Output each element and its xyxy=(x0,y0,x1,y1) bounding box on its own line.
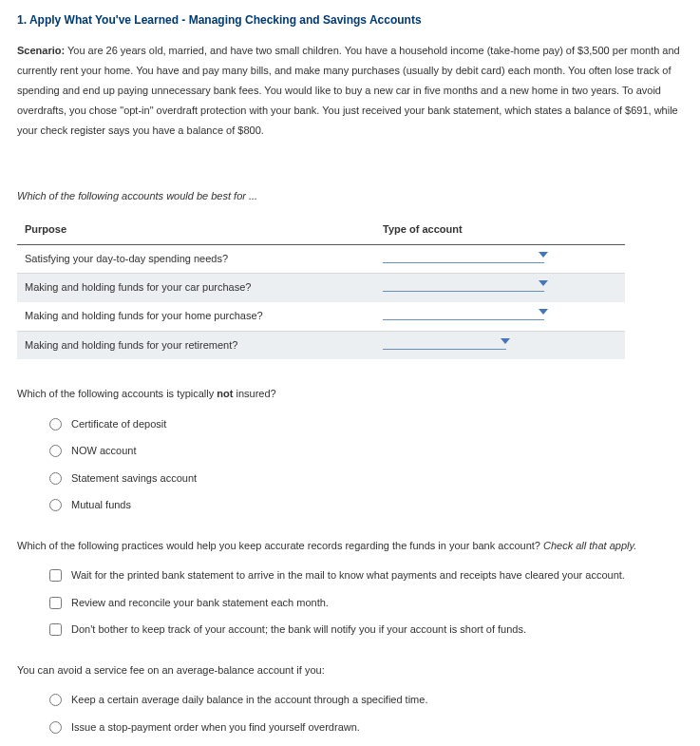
scenario-text: You are 26 years old, married, and have … xyxy=(17,45,680,136)
table-row: Making and holding funds for your car pu… xyxy=(17,274,625,302)
radio-input[interactable] xyxy=(49,445,62,457)
q3-hint: Check all that apply. xyxy=(543,540,636,551)
option-label: Keep a certain average daily balance in … xyxy=(71,692,427,708)
checkbox-option[interactable]: Don't bother to keep track of your accou… xyxy=(49,622,683,638)
option-label: Review and reconcile your bank statement… xyxy=(71,595,329,611)
radio-input[interactable] xyxy=(49,472,62,485)
q2-bold: not xyxy=(217,388,233,399)
account-table: Purpose Type of account Satisfying your … xyxy=(17,216,625,359)
option-label: Mutual funds xyxy=(71,497,131,513)
q2-pre: Which of the following accounts is typic… xyxy=(17,388,217,399)
table-row: Making and holding funds for your retire… xyxy=(17,331,625,359)
chevron-down-icon xyxy=(539,252,548,258)
radio-option[interactable]: Certificate of deposit xyxy=(49,416,683,432)
option-label: Issue a stop-payment order when you find… xyxy=(71,719,360,736)
table-prompt: Which of the following accounts would be… xyxy=(17,188,683,205)
scenario-label: Scenario: xyxy=(17,45,65,56)
purpose-cell: Making and holding funds for your home p… xyxy=(17,302,375,331)
select-line[interactable] xyxy=(383,336,506,350)
page-title: 1. Apply What You've Learned - Managing … xyxy=(17,11,683,29)
question-text: Which of the following practices would h… xyxy=(17,538,683,555)
question-text: Which of the following accounts is typic… xyxy=(17,386,683,403)
radio-option[interactable]: Keep a certain average daily balance in … xyxy=(49,692,683,708)
purpose-cell: Satisfying your day-to-day spending need… xyxy=(17,244,375,274)
question-4: You can avoid a service fee on an averag… xyxy=(17,662,683,746)
scenario-block: Scenario: You are 26 years old, married,… xyxy=(17,41,683,140)
th-type: Type of account xyxy=(375,216,625,244)
radio-input[interactable] xyxy=(49,418,62,430)
question-text: You can avoid a service fee on an averag… xyxy=(17,662,683,679)
th-purpose: Purpose xyxy=(17,216,375,244)
chevron-down-icon xyxy=(539,280,548,286)
table-row: Making and holding funds for your home p… xyxy=(17,302,625,331)
chevron-down-icon xyxy=(501,338,510,344)
options-list: Certificate of deposit NOW account State… xyxy=(17,416,683,513)
options-list: Keep a certain average daily balance in … xyxy=(17,692,683,746)
option-label: Certificate of deposit xyxy=(71,416,166,432)
checkbox-input[interactable] xyxy=(49,597,62,609)
option-label: NOW account xyxy=(71,443,136,459)
radio-input[interactable] xyxy=(49,721,62,734)
type-select-cell[interactable] xyxy=(375,274,625,302)
radio-option[interactable]: NOW account xyxy=(49,443,683,459)
radio-option[interactable]: Statement savings account xyxy=(49,470,683,487)
purpose-cell: Making and holding funds for your car pu… xyxy=(17,274,375,302)
chevron-down-icon xyxy=(539,309,548,315)
radio-input[interactable] xyxy=(49,499,62,511)
checkbox-option[interactable]: Wait for the printed bank statement to a… xyxy=(49,567,683,583)
radio-input[interactable] xyxy=(49,694,62,706)
radio-option[interactable]: Issue a stop-payment order when you find… xyxy=(49,719,683,736)
question-3: Which of the following practices would h… xyxy=(17,538,683,638)
options-list: Wait for the printed bank statement to a… xyxy=(17,567,683,638)
purpose-cell: Making and holding funds for your retire… xyxy=(17,331,375,359)
select-line[interactable] xyxy=(383,307,544,320)
table-row: Satisfying your day-to-day spending need… xyxy=(17,244,625,274)
option-label: Statement savings account xyxy=(71,470,197,487)
radio-option[interactable]: Mutual funds xyxy=(49,497,683,513)
checkbox-input[interactable] xyxy=(49,569,62,582)
type-select-cell[interactable] xyxy=(375,302,625,331)
select-line[interactable] xyxy=(383,278,544,292)
select-line[interactable] xyxy=(383,250,544,263)
checkbox-input[interactable] xyxy=(49,623,62,636)
checkbox-option[interactable]: Review and reconcile your bank statement… xyxy=(49,595,683,611)
type-select-cell[interactable] xyxy=(375,244,625,274)
option-label: Don't bother to keep track of your accou… xyxy=(71,622,526,638)
type-select-cell[interactable] xyxy=(375,331,625,359)
q3-text: Which of the following practices would h… xyxy=(17,540,543,551)
q2-post: insured? xyxy=(233,388,275,399)
option-label: Wait for the printed bank statement to a… xyxy=(71,567,625,583)
question-2: Which of the following accounts is typic… xyxy=(17,386,683,513)
